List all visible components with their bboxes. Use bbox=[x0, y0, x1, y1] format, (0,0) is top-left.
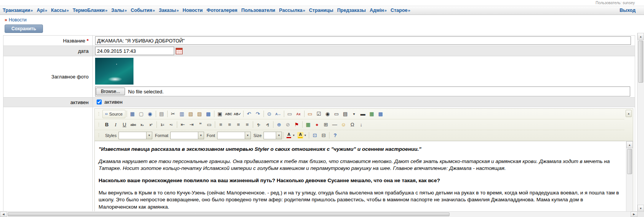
nav-item-admin[interactable]: Адмін» bbox=[370, 8, 387, 13]
save-button[interactable]: Сохранить bbox=[5, 24, 43, 33]
copy-icon[interactable]: ▥ bbox=[178, 110, 186, 117]
checkbox-icon[interactable]: ☑ bbox=[315, 110, 323, 117]
scroll-up-icon[interactable]: ▲ bbox=[626, 141, 633, 148]
replace-icon[interactable]: A↔ bbox=[274, 110, 282, 117]
nav-item-preorders[interactable]: Предзаказы bbox=[337, 8, 366, 13]
page-scroll-thumb[interactable] bbox=[638, 41, 643, 83]
font-dropdown-value[interactable]: ▼ bbox=[217, 132, 251, 139]
justify-icon[interactable]: ≡ bbox=[243, 121, 251, 128]
title-input[interactable] bbox=[95, 36, 631, 45]
text-color-button[interactable]: A▼ bbox=[285, 132, 296, 139]
blockquote-icon[interactable]: ” bbox=[196, 121, 204, 128]
select-all-icon[interactable]: ▭ bbox=[286, 110, 294, 117]
format-dropdown[interactable]: Format▼ bbox=[152, 132, 204, 139]
logout-link[interactable]: Выход bbox=[619, 8, 636, 13]
find-icon[interactable]: ⊙ bbox=[265, 110, 273, 117]
scroll-up-icon[interactable]: ▲ bbox=[637, 33, 644, 40]
hidden-field-icon[interactable]: ▩ bbox=[377, 110, 385, 117]
indent-icon[interactable]: ⇥ bbox=[188, 121, 196, 128]
scayt-icon[interactable]: AB✓ bbox=[234, 110, 242, 117]
chevron-down-icon[interactable]: ▼ bbox=[198, 132, 204, 139]
textarea-icon[interactable]: ▤ bbox=[341, 110, 349, 117]
save-icon[interactable]: ▦ bbox=[128, 110, 137, 117]
browse-button[interactable]: Browse... bbox=[96, 88, 125, 95]
background-color-button[interactable]: A▼ bbox=[296, 132, 307, 139]
text-direction-rtl-icon[interactable]: ‹¶ bbox=[264, 121, 272, 128]
spell-check-icon[interactable]: ABC bbox=[225, 110, 233, 117]
page-break-icon[interactable]: ↓ bbox=[357, 121, 365, 128]
size-dropdown[interactable]: Size▼ bbox=[251, 132, 282, 139]
chevron-down-icon[interactable]: ▼ bbox=[276, 132, 282, 139]
cut-icon[interactable]: ✂ bbox=[169, 110, 177, 117]
active-checkbox-wrap[interactable]: активен bbox=[95, 98, 122, 106]
numbered-list-icon[interactable]: 1≡ bbox=[158, 121, 166, 128]
nav-item-halls[interactable]: Залы» bbox=[111, 8, 127, 13]
nav-item-mailing[interactable]: Рассылка» bbox=[279, 8, 305, 13]
styles-dropdown-value[interactable]: ▼ bbox=[119, 132, 152, 139]
horizontal-rule-icon[interactable]: — bbox=[331, 121, 339, 128]
format-dropdown-value[interactable]: ▼ bbox=[170, 132, 204, 139]
link-icon[interactable]: ⊕ bbox=[275, 121, 283, 128]
outdent-icon[interactable]: ⇤ bbox=[179, 121, 187, 128]
nav-item-orders[interactable]: Заказы» bbox=[159, 8, 179, 13]
size-dropdown-value[interactable]: ▼ bbox=[264, 132, 282, 139]
bold-icon[interactable]: B bbox=[103, 121, 111, 128]
editor-scrollbar[interactable]: ▲ bbox=[626, 141, 633, 217]
new-page-icon[interactable]: ▢ bbox=[137, 110, 145, 117]
nav-item-thermo-blanks[interactable]: ТермоБланки» bbox=[72, 8, 107, 13]
scroll-left-icon[interactable]: ◀ bbox=[0, 212, 7, 217]
paste-icon[interactable]: ▧ bbox=[187, 110, 195, 117]
image-button-icon[interactable]: ▦ bbox=[368, 110, 376, 117]
italic-icon[interactable]: I bbox=[112, 121, 120, 128]
editor-scroll-thumb[interactable] bbox=[627, 149, 632, 174]
radio-button-icon[interactable]: ◉ bbox=[324, 110, 332, 117]
form-icon[interactable]: ▭ bbox=[306, 110, 314, 117]
align-left-icon[interactable]: ≡ bbox=[217, 121, 225, 128]
nav-item-pages[interactable]: Страницы bbox=[309, 8, 333, 13]
flash-icon[interactable]: ● bbox=[313, 121, 321, 128]
nav-item-news[interactable]: Новости bbox=[183, 8, 203, 13]
nav-item-photo-gallery[interactable]: Фотогалерея bbox=[207, 8, 237, 13]
image-icon[interactable]: ▦ bbox=[304, 121, 312, 128]
text-direction-ltr-icon[interactable]: ¶› bbox=[255, 121, 263, 128]
scroll-down-icon[interactable]: ▼ bbox=[637, 205, 644, 212]
text-field-icon[interactable]: ▭ bbox=[333, 110, 341, 117]
nav-item-api[interactable]: Api» bbox=[37, 8, 47, 13]
preview-icon[interactable]: ◉ bbox=[146, 110, 154, 117]
bulleted-list-icon[interactable]: •≡ bbox=[167, 121, 175, 128]
superscript-icon[interactable]: x² bbox=[147, 121, 155, 128]
calendar-icon[interactable] bbox=[176, 48, 183, 54]
redo-icon[interactable]: ↷ bbox=[254, 110, 262, 117]
show-blocks-icon[interactable]: ⊟ bbox=[320, 132, 328, 139]
styles-dropdown[interactable]: Styles▼ bbox=[102, 132, 152, 139]
font-dropdown[interactable]: Font▼ bbox=[204, 132, 251, 139]
subscript-icon[interactable]: x₂ bbox=[138, 121, 146, 128]
undo-icon[interactable]: ↶ bbox=[245, 110, 253, 117]
active-checkbox[interactable] bbox=[97, 100, 102, 104]
div-container-icon[interactable]: ▭ bbox=[205, 121, 213, 128]
button-icon[interactable]: ▬ bbox=[359, 110, 367, 117]
maximize-icon[interactable]: ⊡ bbox=[311, 132, 319, 139]
date-input[interactable] bbox=[95, 47, 174, 55]
breadcrumb-link-news[interactable]: Новости bbox=[9, 17, 26, 23]
align-center-icon[interactable]: ≡ bbox=[226, 121, 234, 128]
nav-item-users[interactable]: Пользователи bbox=[241, 8, 275, 13]
page-vertical-scrollbar[interactable]: ▲ ▼ bbox=[637, 33, 644, 212]
chevron-down-icon[interactable]: ▼ bbox=[245, 132, 250, 139]
paste-word-icon[interactable]: ▩ bbox=[204, 110, 212, 117]
nav-item-transactions[interactable]: Транзакции» bbox=[3, 8, 33, 13]
unlink-icon[interactable]: ⊘ bbox=[284, 121, 292, 128]
remove-format-icon[interactable]: Aх bbox=[295, 110, 303, 117]
nav-item-cash-registers[interactable]: Кассы» bbox=[51, 8, 69, 13]
source-button[interactable]: ‹›Source bbox=[102, 110, 125, 118]
nav-item-old[interactable]: Старое» bbox=[390, 8, 410, 13]
nav-item-events[interactable]: События» bbox=[131, 8, 155, 13]
flag-icon[interactable]: ⚑ bbox=[293, 121, 301, 128]
chevron-down-icon[interactable]: ▼ bbox=[146, 132, 152, 139]
print-icon[interactable]: ▣ bbox=[216, 110, 224, 117]
page-horizontal-scrollbar[interactable]: ◀ ▶ bbox=[0, 211, 637, 217]
align-right-icon[interactable]: ≡ bbox=[234, 121, 242, 128]
templates-icon[interactable]: ▤ bbox=[158, 110, 166, 117]
photo-file-input[interactable]: Browse... No file selected. bbox=[95, 86, 630, 96]
paste-text-icon[interactable]: ▨ bbox=[196, 110, 204, 117]
